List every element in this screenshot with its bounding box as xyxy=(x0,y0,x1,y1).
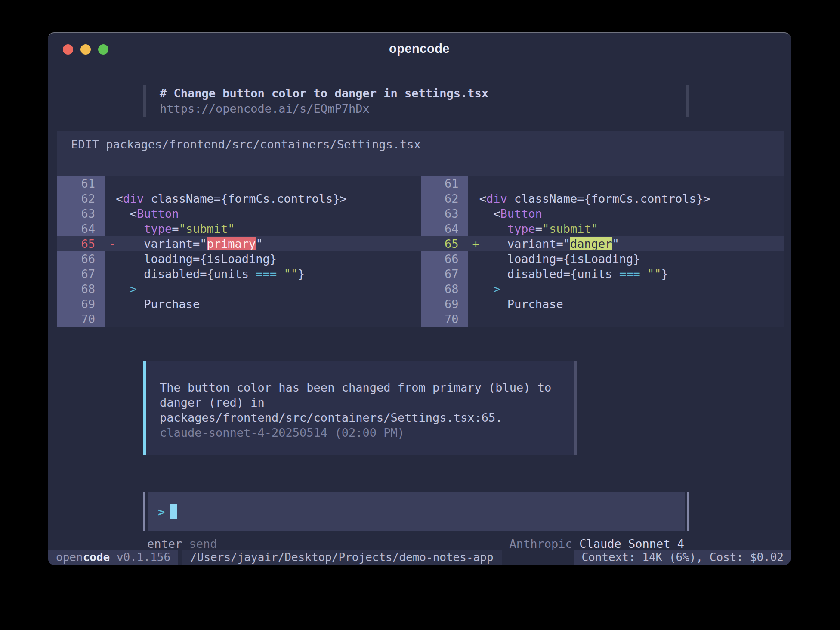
text-cursor xyxy=(170,504,177,519)
diff-pane-old: 6162 <div className={formCs.controls}>63… xyxy=(57,176,421,327)
titlebar: opencode xyxy=(48,33,791,58)
enter-key-hint: enter xyxy=(147,537,182,550)
diff-row-65: 65+ variant="danger" xyxy=(421,236,784,251)
edit-file-path: packages/frontend/src/containers/Setting… xyxy=(106,138,421,151)
context-cost-indicator: Context: 14K (6%), Cost: $0.02 xyxy=(574,550,791,565)
line-number: 70 xyxy=(421,312,468,327)
quote-right-bar xyxy=(686,85,689,117)
code-line: <Button xyxy=(105,206,421,221)
line-number: 62 xyxy=(421,191,468,206)
status-bar: opencode v0.1.156 /Users/jayair/Desktop/… xyxy=(48,550,791,565)
code-line: > xyxy=(105,281,421,296)
diff-row-69: 69 Purchase xyxy=(421,296,784,312)
line-number: 67 xyxy=(421,266,468,281)
code-line: + variant="danger" xyxy=(468,236,784,251)
model-indicator: Anthropic Claude Sonnet 4 xyxy=(510,537,684,550)
line-number: 68 xyxy=(421,281,468,296)
diff-row-66: 66 loading={isLoading} xyxy=(57,251,421,266)
input-hints: enter send Anthropic Claude Sonnet 4 xyxy=(143,537,689,550)
diff-row-70: 70 xyxy=(57,312,421,327)
line-number: 61 xyxy=(57,176,105,191)
user-prompt-block: # Change button color to danger in setti… xyxy=(143,85,689,117)
session-title: # Change button color to danger in setti… xyxy=(160,86,686,101)
diff-row-68: 68 > xyxy=(57,281,421,296)
message-accent-bar xyxy=(143,361,146,455)
added-line-marker: + xyxy=(472,236,479,251)
diff-row-66: 66 loading={isLoading} xyxy=(421,251,784,266)
code-line: disabled={units === ""} xyxy=(105,266,421,281)
line-number: 68 xyxy=(57,281,105,296)
model-name: Claude Sonnet 4 xyxy=(579,537,684,550)
line-number: 65 xyxy=(57,236,105,251)
diff-row-64: 64 type="submit" xyxy=(421,221,784,236)
line-number: 61 xyxy=(421,176,468,191)
removed-line-marker: - xyxy=(109,236,116,251)
message-line: danger (red) in xyxy=(160,395,563,410)
terminal-window: opencode # Change button color to danger… xyxy=(48,32,791,565)
line-number: 67 xyxy=(57,266,105,281)
assistant-message: The button color has been changed from p… xyxy=(143,361,578,455)
chat-input-container: > xyxy=(143,492,689,531)
code-line: type="submit" xyxy=(468,221,784,236)
line-number: 70 xyxy=(57,312,105,327)
app-name-code: code xyxy=(83,551,110,564)
input-right-bar xyxy=(687,492,689,531)
message-line: packages/frontend/src/containers/Setting… xyxy=(160,410,563,425)
diff-row-70: 70 xyxy=(421,312,784,327)
diff-row-64: 64 type="submit" xyxy=(57,221,421,236)
code-line: <div className={formCs.controls}> xyxy=(468,191,784,206)
line-number: 66 xyxy=(57,251,105,266)
share-url[interactable]: https://opencode.ai/s/EQmP7hDx xyxy=(160,101,686,117)
prompt-symbol: > xyxy=(158,504,165,520)
code-line: <div className={formCs.controls}> xyxy=(105,191,421,206)
diff-view: 6162 <div className={formCs.controls}>63… xyxy=(57,176,784,327)
diff-row-65: 65- variant="primary" xyxy=(57,236,421,251)
input-left-bar xyxy=(143,492,145,531)
quote-left-bar xyxy=(143,85,146,117)
line-number: 64 xyxy=(421,221,468,236)
code-line xyxy=(468,312,784,327)
line-number: 65 xyxy=(421,236,468,251)
send-action-hint: send xyxy=(189,537,217,550)
window-title: opencode xyxy=(48,42,791,56)
diff-row-63: 63 <Button xyxy=(57,206,421,221)
app-name-open: open xyxy=(56,551,83,564)
code-line: Purchase xyxy=(468,296,784,312)
diff-row-67: 67 disabled={units === ""} xyxy=(421,266,784,281)
diff-row-61: 61 xyxy=(421,176,784,191)
code-line: <Button xyxy=(468,206,784,221)
line-number: 64 xyxy=(57,221,105,236)
edit-tool-block: EDIT packages/frontend/src/containers/Se… xyxy=(57,131,784,327)
line-number: 63 xyxy=(421,206,468,221)
diff-row-62: 62 <div className={formCs.controls}> xyxy=(57,191,421,206)
code-line: disabled={units === ""} xyxy=(468,266,784,281)
message-line: The button color has been changed from p… xyxy=(160,380,563,395)
diff-row-62: 62 <div className={formCs.controls}> xyxy=(421,191,784,206)
code-line: type="submit" xyxy=(105,221,421,236)
line-number: 69 xyxy=(421,296,468,312)
chat-input[interactable]: > xyxy=(148,492,685,531)
edit-header: EDIT packages/frontend/src/containers/Se… xyxy=(57,131,784,176)
code-line: loading={isLoading} xyxy=(105,251,421,266)
line-number: 63 xyxy=(57,206,105,221)
line-number: 62 xyxy=(57,191,105,206)
app-version-chip: opencode v0.1.156 xyxy=(48,550,178,565)
diff-pane-new: 6162 <div className={formCs.controls}>63… xyxy=(421,176,784,327)
diff-row-67: 67 disabled={units === ""} xyxy=(57,266,421,281)
code-line: loading={isLoading} xyxy=(468,251,784,266)
line-number: 66 xyxy=(421,251,468,266)
message-model-timestamp: claude-sonnet-4-20250514 (02:00 PM) xyxy=(160,425,563,440)
code-line: > xyxy=(468,281,784,296)
edit-label: EDIT xyxy=(71,138,99,151)
code-line: Purchase xyxy=(105,296,421,312)
diff-row-69: 69 Purchase xyxy=(57,296,421,312)
line-number: 69 xyxy=(57,296,105,312)
app-version: v0.1.156 xyxy=(117,551,170,564)
code-line: - variant="primary" xyxy=(105,236,421,251)
diff-row-63: 63 <Button xyxy=(421,206,784,221)
diff-row-61: 61 xyxy=(57,176,421,191)
send-hint: enter send xyxy=(147,537,217,550)
code-line xyxy=(105,176,421,191)
provider-name: Anthropic xyxy=(510,537,572,550)
code-line xyxy=(468,176,784,191)
